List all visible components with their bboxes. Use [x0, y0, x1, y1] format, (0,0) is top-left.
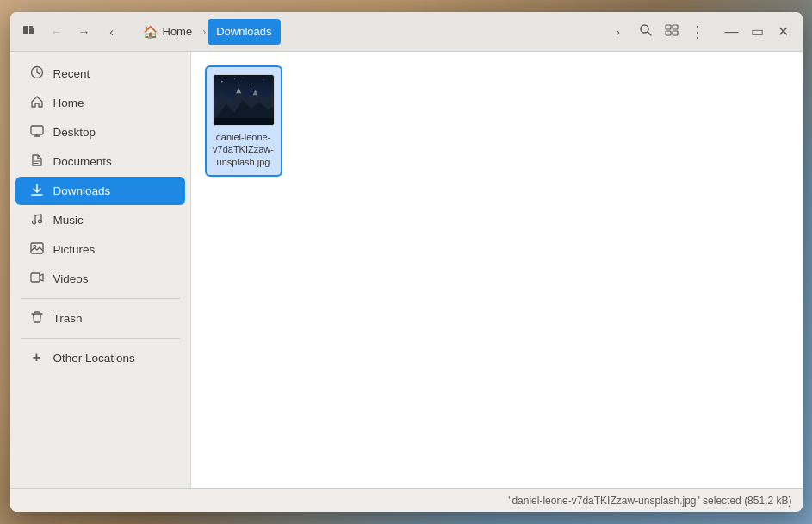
sidebar-desktop-label: Desktop: [53, 126, 96, 139]
search-icon: [639, 23, 653, 40]
svg-point-35: [242, 78, 243, 78]
other-locations-icon: +: [29, 350, 45, 365]
forward-icon: →: [78, 25, 90, 39]
svg-point-22: [34, 246, 36, 248]
sidebar-videos-label: Videos: [53, 272, 89, 285]
file-grid: daniel-leone-v7daTKIZzaw-unsplash.jpg: [205, 66, 789, 177]
music-icon: [29, 212, 45, 228]
file-manager-window: ← → ‹ 🏠 Home › Downloads ›: [10, 12, 803, 512]
sidebar-item-other-locations[interactable]: + Other Locations: [15, 344, 185, 371]
back-button[interactable]: ←: [45, 20, 69, 44]
svg-rect-23: [31, 273, 40, 282]
back-icon: ←: [51, 25, 63, 39]
videos-icon: [29, 271, 45, 287]
breadcrumb: 🏠 Home › Downloads: [134, 19, 596, 45]
svg-rect-7: [666, 31, 671, 35]
home-icon: [29, 95, 45, 111]
maximize-button[interactable]: ▭: [746, 20, 770, 44]
sidebar-item-videos[interactable]: Videos: [15, 265, 185, 293]
svg-rect-2: [29, 26, 33, 28]
svg-point-19: [32, 221, 35, 224]
more-options-icon: ⋮: [690, 24, 705, 40]
view-icon: [665, 23, 679, 40]
documents-icon: [29, 153, 45, 170]
svg-point-32: [233, 78, 234, 79]
svg-rect-8: [673, 31, 678, 35]
svg-rect-12: [31, 126, 43, 134]
sidebar-divider: [21, 298, 180, 299]
svg-point-34: [263, 79, 263, 80]
sidebar-item-home[interactable]: Home: [15, 89, 185, 117]
minimize-icon: —: [725, 24, 739, 40]
svg-point-31: [221, 81, 222, 82]
recent-icon: [29, 66, 45, 82]
svg-rect-5: [666, 25, 671, 29]
sidebar: Recent Home Desktop: [10, 52, 191, 488]
search-button[interactable]: [634, 20, 658, 44]
svg-rect-6: [673, 25, 678, 29]
sidebar-item-downloads[interactable]: Downloads: [15, 177, 185, 205]
sidebar-pictures-label: Pictures: [53, 243, 96, 256]
svg-rect-1: [29, 28, 34, 34]
content-area: daniel-leone-v7daTKIZzaw-unsplash.jpg: [191, 52, 803, 488]
breadcrumb-downloads[interactable]: Downloads: [208, 19, 280, 45]
sidebar-other-locations-label: Other Locations: [53, 352, 135, 365]
trash-icon: [29, 310, 45, 327]
close-icon: ✕: [778, 23, 789, 40]
sidebar-item-trash[interactable]: Trash: [15, 304, 185, 333]
prev-path-button[interactable]: ‹: [100, 20, 124, 44]
maximize-icon: ▭: [751, 23, 764, 40]
prev-path-icon: ‹: [109, 25, 114, 39]
sidebar-trash-label: Trash: [53, 312, 83, 325]
titlebar-right-controls: ⋮: [634, 20, 710, 44]
files-icon: [22, 23, 36, 40]
status-text: "daniel-leone-v7daTKIZzaw-unsplash.jpg" …: [508, 495, 791, 507]
breadcrumb-separator: ›: [202, 26, 206, 38]
minimize-button[interactable]: —: [720, 20, 744, 44]
home-breadcrumb-icon: 🏠: [143, 25, 158, 39]
svg-rect-21: [31, 243, 43, 253]
svg-rect-30: [214, 118, 274, 125]
svg-point-20: [38, 220, 41, 223]
svg-line-4: [648, 32, 651, 35]
pictures-icon: [29, 241, 45, 258]
sidebar-music-label: Music: [53, 214, 84, 227]
more-options-button[interactable]: ⋮: [685, 20, 710, 44]
sidebar-home-label: Home: [53, 97, 84, 109]
view-toggle-button[interactable]: [660, 20, 684, 44]
downloads-icon: [29, 183, 45, 199]
svg-point-33: [251, 83, 251, 84]
breadcrumb-home[interactable]: 🏠 Home: [134, 19, 201, 45]
svg-rect-0: [23, 26, 28, 34]
main-area: Recent Home Desktop: [10, 52, 803, 488]
window-controls: — ▭ ✕: [720, 20, 796, 44]
next-path-button[interactable]: ›: [606, 20, 630, 44]
breadcrumb-downloads-label: Downloads: [216, 25, 271, 38]
sidebar-item-music[interactable]: Music: [15, 206, 185, 234]
next-path-icon: ›: [616, 25, 620, 39]
file-thumbnail: [213, 74, 275, 126]
sidebar-recent-label: Recent: [53, 67, 90, 80]
statusbar: "daniel-leone-v7daTKIZzaw-unsplash.jpg" …: [10, 488, 803, 512]
desktop-icon: [29, 124, 45, 140]
file-item[interactable]: daniel-leone-v7daTKIZzaw-unsplash.jpg: [205, 66, 282, 177]
sidebar-downloads-label: Downloads: [53, 184, 111, 197]
sidebar-item-documents[interactable]: Documents: [15, 147, 185, 176]
sidebar-item-pictures[interactable]: Pictures: [15, 235, 185, 264]
sidebar-divider-2: [21, 338, 180, 339]
breadcrumb-home-label: Home: [163, 25, 193, 38]
svg-line-11: [37, 72, 40, 74]
close-button[interactable]: ✕: [772, 20, 796, 44]
titlebar: ← → ‹ 🏠 Home › Downloads ›: [10, 12, 803, 52]
forward-button[interactable]: →: [72, 20, 96, 44]
file-name: daniel-leone-v7daTKIZzaw-unsplash.jpg: [210, 131, 277, 168]
files-icon-button[interactable]: [17, 20, 41, 44]
sidebar-item-desktop[interactable]: Desktop: [15, 118, 185, 147]
sidebar-item-recent[interactable]: Recent: [15, 59, 185, 88]
sidebar-documents-label: Documents: [53, 155, 112, 168]
